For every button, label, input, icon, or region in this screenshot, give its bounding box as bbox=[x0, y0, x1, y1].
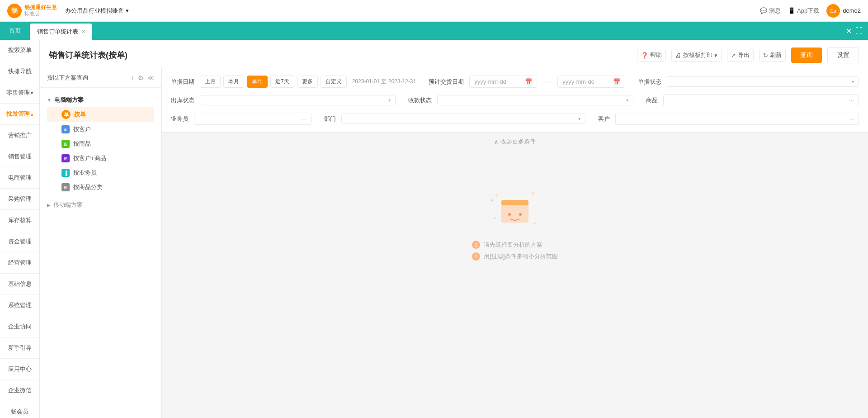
topbar-right: 💬 消息 📱 App下载 Ea demo2 bbox=[760, 4, 861, 18]
message-button[interactable]: 💬 消息 bbox=[760, 7, 781, 15]
help-icon: ❓ bbox=[641, 52, 648, 59]
filter-row-1: 单据日期 上月 本月 本年 近7天 更多 自定义 2023-01-01 至 20… bbox=[171, 76, 859, 88]
ellipsis-icon: ··· bbox=[302, 115, 307, 122]
sidebar-item-newbie[interactable]: 新手引导 bbox=[0, 337, 39, 359]
goods-input[interactable]: ··· bbox=[663, 94, 859, 106]
plan-item-by-order[interactable]: 单 按单 bbox=[47, 107, 154, 122]
settings-plan-icon[interactable]: ⚙ bbox=[138, 74, 144, 81]
export-button[interactable]: ↗ 导出 bbox=[727, 49, 754, 62]
filter-row-2: 出库状态 ▾ 收款状态 ▾ 商品 ··· bbox=[171, 94, 859, 106]
chevron-up-icon: ▴ bbox=[31, 112, 33, 117]
sidebar-item-quick-nav[interactable]: 快捷导航 bbox=[0, 61, 39, 82]
sidebar-item-operations[interactable]: 经营管理 bbox=[0, 252, 39, 274]
expected-date-start-input[interactable]: yyyy-mm-dd 📅 bbox=[469, 76, 537, 88]
sidebar-item-basic[interactable]: 基础信息 bbox=[0, 274, 39, 295]
date-this-month[interactable]: 本月 bbox=[223, 76, 244, 88]
date-custom[interactable]: 自定义 bbox=[321, 76, 347, 88]
topbar-left: 畅 畅捷通好生意 标准版 办公用品行业模拟账套 ▾ bbox=[7, 4, 132, 18]
date-more[interactable]: 更多 bbox=[297, 76, 318, 88]
sidebar-item-appcenter[interactable]: 应用中心 bbox=[0, 359, 39, 380]
right-panel: 单据日期 上月 本月 本年 近7天 更多 自定义 2023-01-01 至 20… bbox=[162, 68, 868, 418]
plan-item-by-salesman[interactable]: ▐ 按业务员 bbox=[47, 166, 154, 180]
plan-icon-salesman: ▐ bbox=[61, 169, 70, 177]
svg-point-6 bbox=[494, 217, 495, 219]
sidebar-item-system[interactable]: 系统管理 bbox=[0, 295, 39, 316]
empty-illustration: ✦ ✦ bbox=[488, 186, 542, 232]
out-status-label: 出库状态 bbox=[171, 96, 194, 104]
pc-plan-group: ▼ 电脑端方案 单 按单 ≡ 按客户 bbox=[40, 91, 161, 196]
topbar: 畅 畅捷通好生意 标准版 办公用品行业模拟账套 ▾ 💬 消息 📱 App下载 E… bbox=[0, 0, 868, 22]
sidebar-item-company[interactable]: 企业协同 bbox=[0, 316, 39, 337]
mobile-plan-group: ▶ 移动端方案 bbox=[40, 196, 161, 214]
logo-text: 畅捷通好生意 bbox=[24, 4, 57, 10]
sidebar: 搜索菜单 快捷导航 零售管理 ▾ 批发管理 ▴ 营销推广 销售管理 电商管理 采 bbox=[0, 40, 40, 418]
print-button[interactable]: 🖨 按模板打印 ▾ bbox=[671, 49, 722, 62]
expected-date-end-input[interactable]: yyyy-mm-dd 📅 bbox=[557, 76, 625, 88]
hint-1: 1 请先选择要分析的方案 bbox=[472, 241, 557, 249]
sidebar-item-purchase[interactable]: 采购管理 bbox=[0, 189, 39, 210]
main-content: 按以下方案查询 + ⚙ ≪ ▼ 电脑端方案 bbox=[40, 68, 868, 418]
settings-button[interactable]: 设置 bbox=[827, 47, 859, 63]
tabbar: 首页 销售订单统计表 × ✕ ⛶ bbox=[0, 22, 868, 40]
plan-item-by-customer-goods[interactable]: ⊞ 按客户+商品 bbox=[47, 151, 154, 166]
mobile-plan-group-title[interactable]: ▶ 移动端方案 bbox=[47, 198, 154, 212]
chevron-down-icon: ▾ bbox=[714, 52, 717, 59]
date-this-year[interactable]: 本年 bbox=[247, 76, 268, 88]
help-button[interactable]: ❓ 帮助 bbox=[637, 49, 666, 62]
collect-status-select[interactable]: ▾ bbox=[437, 95, 633, 105]
sidebar-item-member[interactable]: 畅会员 bbox=[0, 401, 39, 418]
sidebar-item-wechat[interactable]: 企业微信 bbox=[0, 380, 39, 401]
triangle-icon: ▼ bbox=[47, 98, 52, 103]
plan-section: ▼ 电脑端方案 单 按单 ≡ 按客户 bbox=[40, 88, 161, 217]
doc-status-select[interactable]: ▾ bbox=[667, 76, 859, 87]
expand-icon[interactable]: ⛶ bbox=[855, 27, 863, 35]
message-icon: 💬 bbox=[760, 7, 767, 14]
ellipsis-icon: ··· bbox=[849, 115, 854, 122]
sidebar-item-ecommerce[interactable]: 电商管理 bbox=[0, 167, 39, 189]
triangle-right-icon: ▶ bbox=[47, 203, 51, 208]
logo-icon: 畅 bbox=[7, 4, 22, 18]
sidebar-item-sales[interactable]: 销售管理 bbox=[0, 146, 39, 167]
sidebar-item-marketing[interactable]: 营销推广 bbox=[0, 125, 39, 146]
collapse-panel-icon[interactable]: ≪ bbox=[147, 74, 154, 81]
plan-item-by-customer[interactable]: ≡ 按客户 bbox=[47, 122, 154, 137]
user-info[interactable]: Ea demo2 bbox=[826, 4, 861, 18]
salesman-input[interactable]: ··· bbox=[194, 113, 311, 125]
chevron-down-icon: ▾ bbox=[852, 79, 854, 84]
svg-point-4 bbox=[495, 194, 498, 197]
collapse-bar[interactable]: ∧ 收起更多条件 bbox=[162, 133, 868, 150]
tab-sales-order-stats[interactable]: 销售订单统计表 × bbox=[30, 24, 92, 40]
filter-row-3: 业务员 ··· 部门 ▾ 客户 ··· bbox=[171, 113, 859, 125]
plan-item-by-goods-category[interactable]: ⊞ 按商品分类 bbox=[47, 180, 154, 195]
sidebar-item-inventory[interactable]: 库存核算 bbox=[0, 210, 39, 231]
dept-select[interactable]: ▾ bbox=[341, 114, 585, 124]
customer-input[interactable]: ··· bbox=[615, 113, 859, 125]
page-header: 销售订单统计表(按单) ❓ 帮助 🖨 按模板打印 ▾ ↗ 导出 ↻ 刷新 bbox=[40, 40, 868, 68]
sidebar-item-retail[interactable]: 零售管理 ▾ bbox=[0, 82, 39, 104]
app-download-button[interactable]: 📱 App下载 bbox=[788, 7, 819, 15]
expected-date-label: 预计交货日期 bbox=[429, 78, 464, 86]
collect-status-label: 收款状态 bbox=[408, 96, 432, 104]
close-window-icon[interactable]: ✕ bbox=[846, 27, 852, 35]
label-tag: 标准版 bbox=[24, 10, 57, 17]
tab-home[interactable]: 首页 bbox=[0, 22, 30, 40]
pc-plan-group-title[interactable]: ▼ 电脑端方案 bbox=[47, 93, 154, 107]
refresh-button[interactable]: ↻ 刷新 bbox=[759, 49, 786, 62]
date-range-text: 2023-01-01 至 2023-12-31 bbox=[352, 78, 416, 86]
plan-item-by-goods[interactable]: ⊞ 按商品 bbox=[47, 137, 154, 151]
tab-close-button[interactable]: × bbox=[82, 28, 85, 35]
industry-selector[interactable]: 办公用品行业模拟账套 ▾ bbox=[61, 5, 132, 17]
svg-point-5 bbox=[531, 191, 535, 195]
chevron-down-icon: ▾ bbox=[388, 98, 391, 103]
sidebar-item-wholesale[interactable]: 批发管理 ▴ bbox=[0, 104, 39, 125]
sidebar-item-finance[interactable]: 资金管理 bbox=[0, 231, 39, 252]
refresh-icon: ↻ bbox=[763, 52, 768, 59]
out-status-select[interactable]: ▾ bbox=[200, 95, 396, 105]
add-plan-icon[interactable]: + bbox=[131, 74, 134, 81]
sidebar-item-search[interactable]: 搜索菜单 bbox=[0, 40, 39, 61]
doc-status-label: 单据状态 bbox=[638, 78, 661, 86]
date-last-month[interactable]: 上月 bbox=[200, 76, 221, 88]
chevron-down-icon: ▾ bbox=[31, 90, 33, 95]
query-button[interactable]: 查询 bbox=[791, 48, 822, 63]
date-last7days[interactable]: 近7天 bbox=[270, 76, 294, 88]
